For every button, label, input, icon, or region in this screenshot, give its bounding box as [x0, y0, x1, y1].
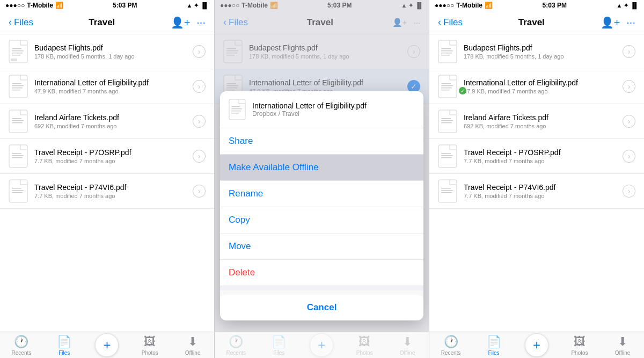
battery-icon-left: ▐▌ — [200, 2, 209, 9]
context-file-name: International Letter of Eligibility.pdf — [252, 101, 367, 110]
file-check-0-right[interactable]: › — [623, 45, 635, 58]
back-label-right: Files — [443, 17, 463, 28]
tab-recents-right[interactable]: 🕐 Recents — [429, 335, 472, 356]
file-check-2-right[interactable]: › — [623, 115, 635, 128]
svg-rect-56 — [441, 153, 451, 154]
recents-label-middle: Recents — [226, 350, 246, 356]
svg-rect-51 — [438, 110, 457, 133]
svg-rect-38 — [231, 108, 242, 109]
file-name-1-left: International Letter of Eligibility.pdf — [34, 78, 186, 87]
photos-label-middle: Photos — [356, 350, 373, 356]
file-name-4-right: Travel Receipt - P74VI6.pdf — [464, 183, 616, 192]
file-name-3-right: Travel Receipt - P7OSRP.pdf — [464, 148, 616, 157]
svg-rect-15 — [9, 145, 27, 167]
back-button-right[interactable]: ‹ Files — [438, 17, 463, 28]
svg-rect-16 — [12, 153, 21, 154]
file-check-4-left[interactable]: › — [193, 185, 206, 198]
add-button-left[interactable]: + — [95, 333, 119, 357]
context-menu-share[interactable]: Share — [220, 128, 423, 155]
tab-files-middle[interactable]: 📄 Files — [258, 335, 301, 356]
tab-offline-left[interactable]: ⬇ Offline — [171, 335, 214, 356]
tab-bar-left: 🕐 Recents 📄 Files + 🖼 Photos ⬇ Offline — [0, 332, 214, 358]
file-icon-1-right: ✓ — [438, 75, 457, 98]
bluetooth-icon-left: ✦ — [194, 2, 199, 9]
context-menu-overlay: International Letter of Eligibility.pdf … — [220, 91, 423, 320]
file-check-2-left[interactable]: › — [193, 115, 206, 128]
location-icon-right: ▲ — [617, 2, 623, 9]
file-item-1-right[interactable]: ✓ International Letter of Eligibility.pd… — [429, 69, 644, 104]
context-menu-offline[interactable]: Make Available Offline — [220, 155, 423, 181]
file-icon-3-right — [438, 144, 457, 168]
file-item-0-left[interactable]: Budapest Flights.pdf 178 KB, modified 5 … — [0, 34, 214, 69]
wifi-icon-left: 📶 — [55, 2, 63, 9]
svg-rect-2 — [12, 50, 24, 52]
svg-rect-39 — [231, 111, 241, 112]
svg-rect-55 — [438, 145, 457, 167]
file-item-4-right[interactable]: Travel Receipt - P74VI6.pdf 7.7 KB, modi… — [429, 174, 644, 209]
file-meta-1-left: 47.9 KB, modified 7 months ago — [34, 88, 186, 94]
svg-rect-42 — [441, 48, 451, 49]
tab-photos-left[interactable]: 🖼 Photos — [128, 335, 171, 356]
more-icon-right[interactable]: ··· — [626, 16, 635, 28]
file-name-2-left: Ireland Airfare Tickets.pdf — [34, 113, 186, 122]
svg-rect-48 — [441, 85, 453, 86]
file-icon-0-left — [9, 40, 28, 63]
svg-rect-19 — [9, 180, 27, 202]
file-meta-2-left: 692 KB, modified 7 months ago — [34, 123, 186, 129]
tab-center-right: + — [515, 333, 558, 357]
context-menu-copy[interactable]: Copy — [220, 207, 423, 233]
svg-rect-47 — [441, 83, 451, 84]
battery-icon-right: ▐▌ — [630, 2, 639, 9]
file-item-3-right[interactable]: Travel Receipt - P7OSRP.pdf 7.7 KB, modi… — [429, 139, 644, 174]
file-check-1-right[interactable]: › — [623, 80, 635, 93]
file-item-3-left[interactable]: Travel Receipt - P7OSRP.pdf 7.7 KB, modi… — [0, 139, 214, 174]
file-item-4-left[interactable]: Travel Receipt - P74VI6.pdf 7.7 KB, modi… — [0, 174, 214, 209]
context-menu-delete[interactable]: Delete — [220, 260, 423, 286]
tab-recents-middle[interactable]: 🕐 Recents — [215, 335, 258, 356]
time-right: 5:03 PM — [543, 2, 567, 9]
file-item-2-left[interactable]: Ireland Airfare Tickets.pdf 692 KB, modi… — [0, 104, 214, 139]
tab-offline-middle[interactable]: ⬇ Offline — [386, 335, 429, 356]
context-menu-cancel[interactable]: Cancel — [220, 295, 423, 320]
add-button-middle[interactable]: + — [310, 333, 333, 357]
file-name-4-left: Travel Receipt - P74VI6.pdf — [34, 183, 186, 192]
file-check-3-left[interactable]: › — [193, 150, 206, 163]
context-menu-move[interactable]: Move — [220, 233, 423, 260]
nav-bar-left: ‹ Files Travel 👤+ ··· — [0, 11, 214, 34]
svg-rect-60 — [441, 188, 451, 189]
tab-offline-right[interactable]: ⬇ Offline — [601, 335, 644, 356]
tab-files-right[interactable]: 📄 Files — [472, 335, 515, 356]
svg-rect-6 — [9, 75, 27, 98]
tab-files-left[interactable]: 📄 Files — [43, 335, 86, 356]
tab-photos-middle[interactable]: 🖼 Photos — [343, 335, 386, 356]
file-check-3-right[interactable]: › — [623, 150, 635, 163]
svg-rect-58 — [441, 157, 452, 158]
photos-icon-left: 🖼 — [144, 335, 156, 349]
add-button-right[interactable]: + — [525, 333, 548, 357]
file-item-1-left[interactable]: International Letter of Eligibility.pdf … — [0, 69, 214, 104]
file-check-1-left[interactable]: › — [193, 80, 206, 93]
svg-rect-49 — [441, 87, 452, 89]
status-right-right: ▲ ✦ ▐▌ — [617, 2, 639, 9]
svg-rect-40 — [231, 113, 239, 114]
context-menu-items: Share Make Available Offline Rename Copy… — [220, 128, 423, 286]
file-meta-1-right: 47.9 KB, modified 7 months ago — [464, 88, 616, 94]
context-menu-rename[interactable]: Rename — [220, 181, 423, 207]
file-check-0-left[interactable]: › — [193, 45, 206, 58]
offline-label-right: Offline — [615, 350, 631, 356]
add-person-icon-right[interactable]: 👤+ — [601, 16, 620, 29]
file-item-2-right[interactable]: Ireland Airfare Tickets.pdf 692 KB, modi… — [429, 104, 644, 139]
file-item-0-right[interactable]: Budapest Flights.pdf 178 KB, modified 5 … — [429, 34, 644, 69]
tab-recents-left[interactable]: 🕐 Recents — [0, 335, 43, 356]
svg-rect-10 — [12, 90, 20, 91]
back-button-left[interactable]: ‹ Files — [9, 17, 33, 28]
file-name-2-right: Ireland Airfare Tickets.pdf — [464, 113, 616, 122]
recents-icon-right: 🕐 — [444, 335, 458, 349]
more-icon-left[interactable]: ··· — [196, 16, 206, 28]
svg-rect-14 — [12, 122, 23, 123]
nav-bar-right: ‹ Files Travel 👤+ ··· — [429, 11, 644, 34]
tab-photos-right[interactable]: 🖼 Photos — [558, 335, 601, 356]
add-person-icon-left[interactable]: 👤+ — [171, 16, 191, 29]
svg-rect-44 — [441, 53, 452, 54]
file-check-4-right[interactable]: › — [623, 185, 635, 198]
